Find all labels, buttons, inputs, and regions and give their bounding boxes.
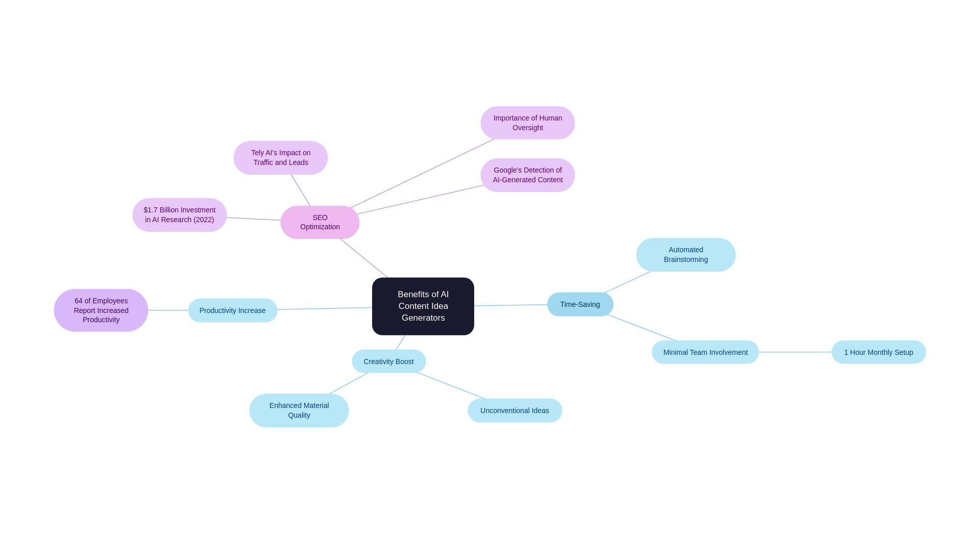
node-seo_optimization: SEO Optimization: [281, 206, 360, 239]
node-productivity_increase: Productivity Increase: [188, 298, 277, 322]
node-enhanced_material: Enhanced Material Quality: [250, 394, 349, 427]
node-automated_brainstorming: Automated Brainstorming: [636, 238, 736, 272]
node-tely_ai_impact: Tely AI's Impact on Traffic and Leads: [234, 141, 328, 175]
node-importance_human_oversight: Importance of Human Oversight: [481, 106, 575, 140]
node-time_saving: Time-Saving: [547, 292, 614, 316]
node-creativity_boost: Creativity Boost: [352, 349, 426, 373]
node-google_detection: Google's Detection of AI-Generated Conte…: [481, 158, 575, 192]
node-minimal_team: Minimal Team Involvement: [652, 340, 759, 364]
mind-map-container: Benefits of AI Content Idea GeneratorsSE…: [0, 0, 980, 553]
connections-svg: [0, 0, 980, 553]
node-investment: $1.7 Billion Investment in AI Research (…: [133, 198, 227, 232]
node-hour_monthly: 1 Hour Monthly Setup: [831, 340, 926, 364]
node-unconventional_ideas: Unconventional Ideas: [468, 398, 562, 422]
node-center: Benefits of AI Content Idea Generators: [372, 278, 474, 335]
node-employees_report: 64 of Employees Report Increased Product…: [54, 288, 149, 332]
